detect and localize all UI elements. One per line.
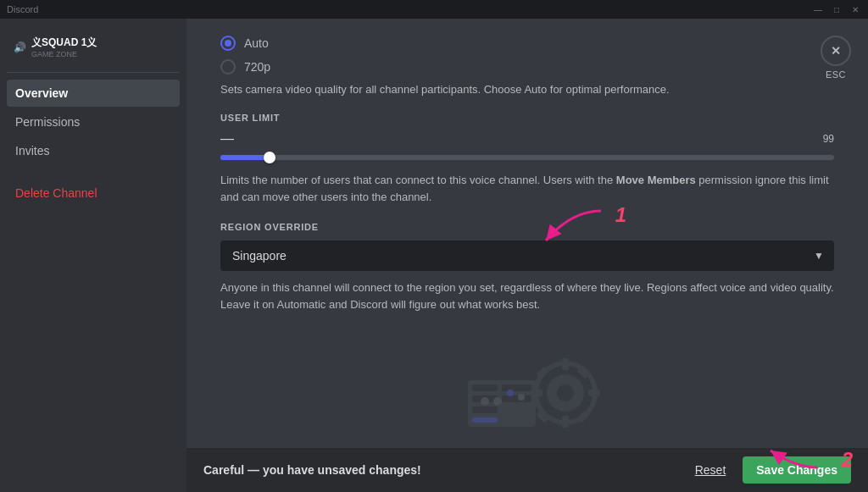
unsaved-message: Careful — you have unsaved changes! [203,463,421,477]
user-limit-label: USER LIMIT [220,113,834,123]
slider-row: — 99 [220,131,834,146]
svg-rect-10 [562,358,569,370]
maximize-button[interactable]: □ [831,5,843,14]
720p-radio[interactable] [220,59,236,75]
svg-point-19 [493,397,502,406]
svg-point-21 [518,394,525,401]
slider-value: 99 [823,133,834,145]
svg-rect-6 [502,395,531,402]
close-icon: ✕ [831,44,841,58]
720p-label: 720p [244,60,270,74]
svg-rect-1 [472,384,498,391]
svg-point-9 [557,384,574,401]
region-override-label: REGION OVERRIDE [220,222,834,232]
svg-rect-13 [588,390,600,396]
app-title: Discord [7,4,38,14]
region-select[interactable]: Automatic Brazil Europe Hongkong India J… [220,240,834,271]
bottom-bar: Careful — you have unsaved changes! Rese… [186,448,868,492]
svg-rect-4 [472,417,498,423]
svg-point-18 [481,397,489,406]
illustration-svg [442,329,612,439]
sidebar-item-overview[interactable]: Overview [7,80,180,107]
region-desc: Anyone in this channel will connect to t… [220,279,834,312]
server-name: 义SQUAD 1义 [31,36,97,50]
minimize-button[interactable]: — [812,5,824,14]
auto-radio-fill [225,40,231,47]
server-icon: 🔊 [14,41,26,53]
main-layout: 🔊 义SQUAD 1义 GAME ZONE Overview Permissio… [0,19,868,492]
sidebar-nav: Overview Permissions Invites Delete Chan… [7,80,180,207]
region-select-wrapper: Automatic Brazil Europe Hongkong India J… [220,240,834,271]
svg-rect-17 [536,410,549,423]
close-button[interactable]: ✕ [849,5,861,14]
server-header: 🔊 义SQUAD 1义 GAME ZONE [7,32,180,73]
video-quality-desc: Sets camera video quality for all channe… [220,83,834,96]
svg-point-20 [507,390,514,396]
auto-radio[interactable] [220,36,236,51]
reset-button[interactable]: Reset [688,460,733,480]
auto-option[interactable]: Auto [220,36,834,51]
esc-label: ESC [826,69,846,80]
save-changes-button[interactable]: Save Changes [743,456,851,484]
content-area: ✕ ESC Auto 720p Sets camera video qualit… [186,19,868,492]
user-limit-slider-container: — 99 [220,131,834,165]
sidebar-item-invites[interactable]: Invites [7,137,180,164]
720p-option[interactable]: 720p [220,59,834,75]
titlebar: Discord — □ ✕ [0,0,868,19]
server-tag: GAME ZONE [31,50,97,58]
sidebar-item-delete-channel[interactable]: Delete Channel [7,180,180,207]
svg-rect-11 [562,416,569,428]
user-limit-desc: Limits the number of users that can conn… [220,172,834,205]
window-controls: — □ ✕ [812,5,861,14]
svg-rect-5 [502,384,531,391]
slider-track[interactable] [220,155,834,160]
auto-label: Auto [244,36,269,50]
slider-fill [220,155,270,160]
slider-thumb[interactable] [264,152,275,163]
sidebar-item-permissions[interactable]: Permissions [7,108,180,135]
sidebar: 🔊 义SQUAD 1义 GAME ZONE Overview Permissio… [0,19,186,492]
bottom-actions: Reset Save Changes [688,456,851,484]
content-scroll[interactable]: Auto 720p Sets camera video quality for … [186,19,868,448]
illustration [220,329,834,439]
svg-rect-12 [531,390,542,396]
svg-rect-3 [472,406,498,413]
slider-min: — [220,131,234,146]
esc-button[interactable]: ✕ ESC [821,36,851,80]
esc-circle: ✕ [821,36,851,66]
unsaved-message-text: Careful — you have unsaved changes! [203,463,421,477]
